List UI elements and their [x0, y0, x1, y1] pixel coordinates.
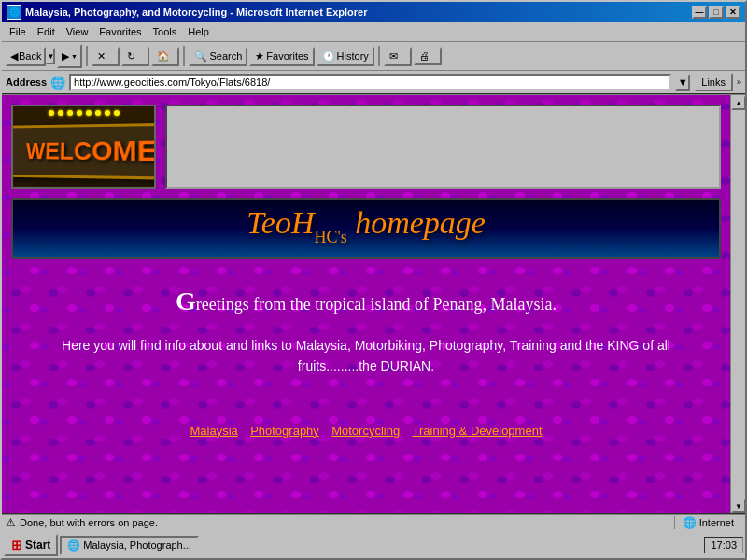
address-page-icon: 🌐	[50, 76, 65, 90]
mail-button[interactable]: ✉	[384, 47, 412, 66]
history-label: History	[337, 50, 369, 62]
print-icon: 🖨	[419, 50, 430, 62]
taskbar-window-label: Malaysia, Photograph...	[83, 539, 191, 551]
status-zone: 🌐 Internet	[674, 516, 741, 529]
address-label: Address	[6, 77, 47, 88]
light-4	[77, 110, 82, 116]
window-title: Malaysia, Photography, and Motorcycling …	[25, 7, 368, 18]
scroll-down-button[interactable]: ▼	[731, 498, 745, 513]
menu-favorites[interactable]: Favorites	[93, 24, 147, 39]
menu-view[interactable]: View	[61, 24, 94, 39]
favorites-icon: ★	[255, 50, 264, 63]
greeting-section: Greetings from the tropical island of Pe…	[11, 277, 721, 386]
toolbar: ◀ Back ▼ ▶ ▼ ✕ ↻ 🏠 🔍 Search ★ Favorites	[2, 42, 745, 71]
favorites-label: Favorites	[266, 50, 308, 62]
navigation-links: Malaysia Photography Motorcycling Traini…	[11, 414, 721, 447]
links-chevron-icon: »	[737, 77, 741, 87]
stop-button[interactable]: ✕	[92, 47, 120, 66]
home-icon: 🏠	[157, 50, 170, 63]
system-clock: 17:03	[704, 537, 743, 553]
home-button[interactable]: 🏠	[151, 47, 179, 66]
start-button[interactable]: ⊞ Start	[4, 534, 58, 556]
zone-icon: 🌐	[683, 516, 697, 529]
address-input[interactable]	[69, 74, 671, 91]
light-6	[95, 110, 101, 116]
greeting-body: Here you will find info about and links …	[49, 335, 684, 377]
taskbar-window-icon: 🌐	[67, 539, 80, 552]
homepage-banner: TeoHHC's homepage	[11, 198, 721, 259]
stop-icon: ✕	[97, 50, 106, 63]
homepage-sub: HC's	[314, 227, 346, 245]
taskbar: ⊞ Start 🌐 Malaysia, Photograph... 17:03	[2, 530, 745, 558]
windows-logo: ⊞	[11, 538, 22, 553]
print-button[interactable]: 🖨	[414, 47, 442, 65]
homepage-title: TeoHHC's homepage	[247, 205, 486, 252]
scroll-up-button[interactable]: ▲	[731, 95, 745, 110]
start-label: Start	[25, 539, 50, 552]
maximize-button[interactable]: □	[709, 6, 724, 19]
refresh-button[interactable]: ↻	[121, 47, 149, 66]
menu-help[interactable]: Help	[182, 24, 215, 39]
light-2	[58, 110, 63, 116]
light-3	[67, 110, 73, 116]
welcome-section: WELCOME	[11, 105, 721, 189]
light-8	[114, 110, 120, 116]
nav-motorcycling[interactable]: Motorcycling	[331, 424, 400, 438]
greeting-paragraph: Greetings from the tropical island of Pe…	[49, 287, 684, 316]
light-1	[49, 110, 54, 116]
lights-decoration	[18, 110, 149, 116]
back-arrow-icon: ◀	[10, 50, 18, 63]
history-button[interactable]: 🕐 History	[317, 47, 374, 66]
history-icon: 🕐	[322, 50, 335, 63]
forward-dropdown[interactable]: ▼	[70, 48, 78, 64]
taskbar-window-button[interactable]: 🌐 Malaysia, Photograph...	[60, 536, 199, 555]
greeting-first-letter: G	[176, 287, 196, 315]
statusbar: ⚠ Done, but with errors on page. 🌐 Inter…	[2, 513, 745, 530]
mail-icon: ✉	[389, 50, 398, 63]
addressbar: Address 🌐 ▼ Links »	[2, 71, 745, 95]
light-5	[86, 110, 92, 116]
search-button[interactable]: 🔍 Search	[189, 47, 247, 66]
links-button[interactable]: Links	[694, 73, 733, 91]
address-dropdown-button[interactable]: ▼	[675, 74, 690, 91]
scroll-track	[731, 110, 745, 498]
close-button[interactable]: ✕	[726, 6, 740, 19]
nav-malaysia[interactable]: Malaysia	[190, 424, 237, 438]
homepage-rest: homepage	[347, 205, 486, 240]
light-7	[105, 110, 110, 116]
status-warning-icon: ⚠	[6, 516, 16, 529]
nav-photography[interactable]: Photography	[250, 424, 319, 438]
nav-training[interactable]: Training & Development	[413, 424, 543, 438]
separator-3	[378, 46, 380, 66]
purple-background: WELCOME TeoHHC's homepage Greetings from	[2, 95, 730, 513]
back-button[interactable]: ◀ Back	[6, 47, 46, 66]
menu-edit[interactable]: Edit	[32, 24, 61, 39]
back-dropdown[interactable]: ▼	[46, 48, 55, 64]
separator-1	[86, 46, 88, 66]
content-area: WELCOME TeoHHC's homepage Greetings from	[2, 95, 745, 513]
back-label: Back	[19, 50, 41, 62]
homepage-name: TeoH	[247, 205, 314, 240]
forward-arrow-icon: ▶	[62, 50, 69, 63]
favorites-button[interactable]: ★ Favorites	[249, 47, 314, 66]
menu-file[interactable]: File	[4, 24, 32, 39]
app-icon: 🌐	[7, 5, 21, 20]
page-content: WELCOME TeoHHC's homepage Greetings from	[2, 95, 730, 513]
scrollbar[interactable]: ▲ ▼	[730, 95, 745, 513]
forward-button[interactable]: ▶ ▼	[57, 44, 82, 68]
menubar: File Edit View Favorites Tools Help	[2, 22, 745, 42]
separator-2	[183, 46, 185, 66]
status-text: Done, but with errors on page.	[20, 517, 670, 528]
search-icon: 🔍	[194, 50, 207, 63]
titlebar: 🌐 Malaysia, Photography, and Motorcyclin…	[2, 2, 745, 22]
search-label: Search	[209, 50, 242, 62]
greeting-rest: reetings from the tropical island of Pen…	[196, 295, 557, 314]
welcome-text: WELCOME	[26, 134, 156, 169]
window-controls: — □ ✕	[692, 6, 740, 19]
welcome-gray-placeholder	[165, 105, 721, 189]
menu-tools[interactable]: Tools	[148, 24, 183, 39]
refresh-icon: ↻	[127, 50, 135, 63]
zone-label: Internet	[699, 517, 734, 528]
welcome-image: WELCOME	[11, 105, 156, 189]
minimize-button[interactable]: —	[692, 6, 707, 19]
